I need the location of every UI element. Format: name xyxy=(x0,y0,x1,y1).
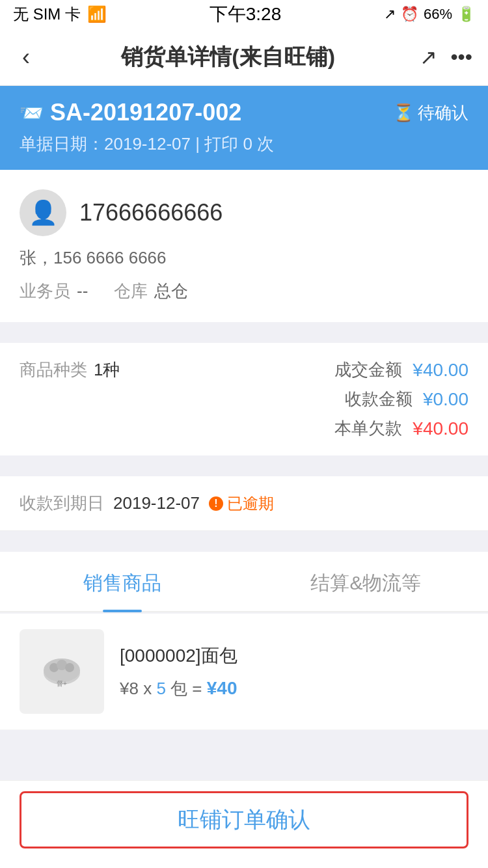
product-thumbnail: 督+ xyxy=(20,629,104,714)
warehouse-item: 仓库 总仓 xyxy=(114,280,188,303)
share-icon[interactable]: ↗ xyxy=(420,45,437,70)
amount-row-0: 成交金额 ¥40.00 xyxy=(334,359,468,381)
page-title: 销货单详情(来自旺铺) xyxy=(121,42,335,72)
customer-name: 张，156 6666 6666 xyxy=(20,247,468,269)
status-text: 待确认 xyxy=(418,102,468,124)
battery-text: 66% xyxy=(424,6,452,23)
product-price: ¥8 x 5 包 = ¥40 xyxy=(120,677,468,700)
product-thumb-svg: 督+ xyxy=(36,652,88,691)
order-header: 📨 SA-20191207-002 ⏳ 待确认 单据日期：2019-12-07 … xyxy=(0,86,488,170)
price-unit: 包 xyxy=(170,679,187,698)
order-icon: 📨 xyxy=(20,102,44,124)
battery-icon: 🔋 xyxy=(457,6,475,23)
tab-sales-label: 销售商品 xyxy=(83,572,161,593)
customer-card: 👤 17666666666 张，156 6666 6666 业务员 -- 仓库 … xyxy=(0,170,488,322)
sales-rep-value: -- xyxy=(77,281,88,301)
alarm-icon: ⏰ xyxy=(401,6,418,23)
sales-rep-item: 业务员 -- xyxy=(20,280,88,303)
status-bar-right: ↗ ⏰ 66% 🔋 xyxy=(384,6,475,23)
product-item-0: 督+ [0000002]面包 ¥8 x 5 包 = ¥40 xyxy=(0,614,488,730)
avatar-icon: 👤 xyxy=(29,199,58,226)
carrier-text: 无 SIM 卡 xyxy=(13,4,81,25)
product-list: 督+ [0000002]面包 ¥8 x 5 包 = ¥40 xyxy=(0,614,488,730)
divider-2 xyxy=(0,455,488,466)
price-multiply: x xyxy=(143,679,156,698)
divider-3 xyxy=(0,531,488,541)
product-info: [0000002]面包 ¥8 x 5 包 = ¥40 xyxy=(120,644,468,700)
product-type-label: 商品种类 xyxy=(20,359,87,381)
warehouse-value: 总仓 xyxy=(154,280,188,303)
overdue-text: 已逾期 xyxy=(227,493,274,514)
wifi-icon: 📶 xyxy=(87,5,107,23)
due-date: 2019-12-07 xyxy=(113,493,200,513)
amount-row-1: 收款金额 ¥0.00 xyxy=(345,388,468,411)
amount-value-0: ¥40.00 xyxy=(413,360,468,381)
amount-label-1: 收款金额 xyxy=(345,388,413,411)
warehouse-label: 仓库 xyxy=(114,280,148,303)
product-type-value: 1种 xyxy=(94,359,120,381)
amount-row-2: 本单欠款 ¥40.00 xyxy=(334,417,468,440)
tab-sales[interactable]: 销售商品 xyxy=(0,552,244,611)
tabs-container: 销售商品 结算&物流等 xyxy=(0,552,488,612)
tab-settlement[interactable]: 结算&物流等 xyxy=(244,552,488,611)
price-quantity: 5 xyxy=(156,679,165,698)
tab-settlement-label: 结算&物流等 xyxy=(310,572,421,593)
order-id-text: SA-20191207-002 xyxy=(50,99,241,126)
nav-bar: ‹ 销货单详情(来自旺铺) ↗ ••• xyxy=(0,29,488,86)
order-header-top: 📨 SA-20191207-002 ⏳ 待确认 xyxy=(20,99,468,126)
back-icon: ‹ xyxy=(22,44,30,70)
location-icon: ↗ xyxy=(384,6,396,23)
price-equals: = xyxy=(192,679,206,698)
amount-label-0: 成交金额 xyxy=(334,359,402,381)
price-base: ¥8 xyxy=(120,679,139,698)
customer-meta: 业务员 -- 仓库 总仓 xyxy=(20,280,468,303)
summary-left: 商品种类 1种 xyxy=(20,359,120,381)
status-bar: 无 SIM 卡 📶 下午3:28 ↗ ⏰ 66% 🔋 xyxy=(0,0,488,29)
status-bar-left: 无 SIM 卡 📶 xyxy=(13,4,107,25)
customer-top: 👤 17666666666 xyxy=(20,189,468,236)
summary-right: 成交金额 ¥40.00 收款金额 ¥0.00 本单欠款 ¥40.00 xyxy=(334,359,468,440)
back-button[interactable]: ‹ xyxy=(16,37,36,77)
product-name: [0000002]面包 xyxy=(120,644,468,668)
divider-1 xyxy=(0,322,488,332)
summary-section: 商品种类 1种 成交金额 ¥40.00 收款金额 ¥0.00 本单欠款 ¥40.… xyxy=(0,343,488,455)
confirm-order-button[interactable]: 旺铺订单确认 xyxy=(20,791,468,848)
order-status: ⏳ 待确认 xyxy=(393,102,468,124)
amount-value-1: ¥0.00 xyxy=(423,389,468,410)
bottom-bar: 旺铺订单确认 xyxy=(0,780,488,868)
svg-point-4 xyxy=(65,663,74,672)
product-type-item: 商品种类 1种 xyxy=(20,359,120,381)
avatar: 👤 xyxy=(20,189,66,236)
overdue-badge: ! 已逾期 xyxy=(209,493,274,514)
svg-text:督+: 督+ xyxy=(57,680,67,687)
due-section: 收款到期日 2019-12-07 ! 已逾期 xyxy=(0,476,488,531)
clock-icon: ⏳ xyxy=(393,103,414,123)
order-id: 📨 SA-20191207-002 xyxy=(20,99,241,126)
status-bar-time: 下午3:28 xyxy=(210,2,282,27)
more-icon[interactable]: ••• xyxy=(450,45,472,69)
customer-phone: 17666666666 xyxy=(79,199,223,226)
amount-value-2: ¥40.00 xyxy=(413,418,468,439)
due-label: 收款到期日 xyxy=(20,492,104,515)
sales-rep-label: 业务员 xyxy=(20,280,70,303)
price-total: ¥40 xyxy=(207,678,237,698)
overdue-dot-icon: ! xyxy=(209,496,223,511)
order-meta: 单据日期：2019-12-07 | 打印 0 次 xyxy=(20,133,468,156)
amount-label-2: 本单欠款 xyxy=(334,417,402,440)
nav-actions: ↗ ••• xyxy=(420,45,472,70)
